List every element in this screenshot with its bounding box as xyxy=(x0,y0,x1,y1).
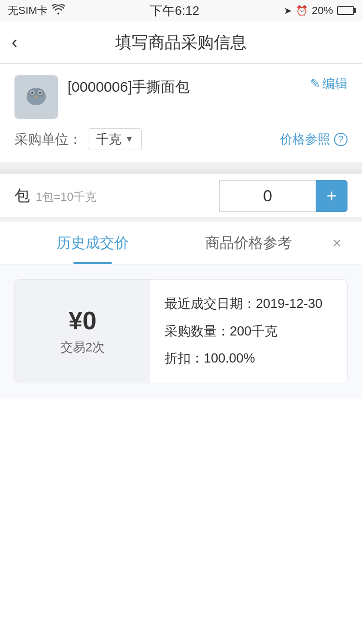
card-qty-row: 采购数量：200千克 xyxy=(165,322,333,341)
tab-active-indicator xyxy=(73,262,112,264)
status-right: ➤ ⏰ 20% xyxy=(284,4,354,17)
help-circle-icon[interactable]: ? xyxy=(334,133,348,146)
content-fill-area xyxy=(0,398,362,644)
quantity-value: 0 xyxy=(263,186,272,205)
status-left: 无SIM卡 xyxy=(8,3,65,18)
card-discount-row: 折扣：100.00% xyxy=(165,349,333,368)
date-label: 最近成交日期： xyxy=(165,296,256,311)
product-thumbnail xyxy=(14,75,58,119)
tabs-row: 历史成交价 商品价格参考 × xyxy=(0,222,362,265)
close-icon: × xyxy=(333,234,342,252)
carrier-text: 无SIM卡 xyxy=(8,3,48,18)
tab-history-label: 历史成交价 xyxy=(56,233,129,253)
quantity-section: 包 1包=10千克 0 + xyxy=(0,174,362,218)
qty-value: 200千克 xyxy=(230,324,278,338)
product-logo-icon xyxy=(22,80,51,114)
price-ref-button[interactable]: 价格参照 ? xyxy=(280,131,348,148)
card-left: ¥0 交易2次 xyxy=(15,280,150,383)
quantity-controls: 0 + xyxy=(219,180,348,212)
location-icon: ➤ xyxy=(284,5,292,16)
svg-point-6 xyxy=(39,92,42,94)
plus-icon: + xyxy=(326,186,336,206)
purchase-unit-text: 采购单位： xyxy=(14,130,82,149)
transaction-card: ¥0 交易2次 最近成交日期：2019-12-30 采购数量：200千克 折扣：… xyxy=(14,279,348,383)
quantity-unit-hint: 1包=10千克 xyxy=(36,189,97,205)
wifi-icon xyxy=(52,4,65,17)
product-name: [0000006]手撕面包 xyxy=(68,75,190,97)
edit-label: 编辑 xyxy=(322,75,348,92)
price-ref-label: 价格参照 xyxy=(280,131,330,148)
date-value: 2019-12-30 xyxy=(256,296,322,311)
quantity-unit-label: 包 xyxy=(14,185,30,207)
battery-percent-text: 20% xyxy=(312,4,333,17)
purchase-unit-row: 采购单位： 千克 ▼ 价格参照 ? xyxy=(14,128,348,150)
status-time: 下午6:12 xyxy=(150,2,199,19)
qty-label: 采购数量： xyxy=(165,324,230,338)
card-right: 最近成交日期：2019-12-30 采购数量：200千克 折扣：100.00% xyxy=(150,280,347,383)
tab-price-ref-label: 商品价格参考 xyxy=(205,233,292,253)
unit-value: 千克 xyxy=(96,131,121,148)
edit-link[interactable]: ✎ 编辑 xyxy=(310,75,348,92)
status-bar: 无SIM卡 下午6:12 ➤ ⏰ 20% xyxy=(0,0,362,21)
card-transactions-count: 交易2次 xyxy=(60,339,105,356)
page-title: 填写商品采购信息 xyxy=(115,31,247,54)
card-price-value: ¥0 xyxy=(69,306,97,335)
card-date-row: 最近成交日期：2019-12-30 xyxy=(165,294,333,314)
svg-point-5 xyxy=(31,92,34,94)
panel-close-button[interactable]: × xyxy=(326,232,348,253)
tab-history-price[interactable]: 历史成交价 xyxy=(14,222,170,264)
nav-bar: ‹ 填写商品采购信息 xyxy=(0,21,362,64)
quantity-label-area: 包 1包=10千克 xyxy=(14,185,97,207)
back-button[interactable]: ‹ xyxy=(12,32,17,53)
quantity-input[interactable]: 0 xyxy=(219,180,316,212)
bottom-panel: 历史成交价 商品价格参考 × ¥0 交易2次 最近成交日期：2019-12-30… xyxy=(0,222,362,644)
purchase-unit-left: 采购单位： 千克 ▼ xyxy=(14,128,142,150)
dropdown-arrow-icon: ▼ xyxy=(125,134,134,144)
discount-value: 100.00% xyxy=(204,351,255,365)
product-left: [0000006]手撕面包 xyxy=(14,75,190,119)
unit-dropdown[interactable]: 千克 ▼ xyxy=(88,128,142,150)
product-header: [0000006]手撕面包 ✎ 编辑 xyxy=(14,75,348,119)
alarm-icon: ⏰ xyxy=(296,5,308,16)
product-section: [0000006]手撕面包 ✎ 编辑 采购单位： 千克 ▼ 价格参照 ? xyxy=(0,64,362,162)
edit-icon: ✎ xyxy=(310,76,320,91)
battery-icon xyxy=(337,6,354,15)
quantity-plus-button[interactable]: + xyxy=(316,180,348,212)
tab-product-price-ref[interactable]: 商品价格参考 xyxy=(170,222,326,264)
section-divider xyxy=(0,169,362,174)
card-area: ¥0 交易2次 最近成交日期：2019-12-30 采购数量：200千克 折扣：… xyxy=(0,265,362,398)
discount-label: 折扣： xyxy=(165,351,204,365)
